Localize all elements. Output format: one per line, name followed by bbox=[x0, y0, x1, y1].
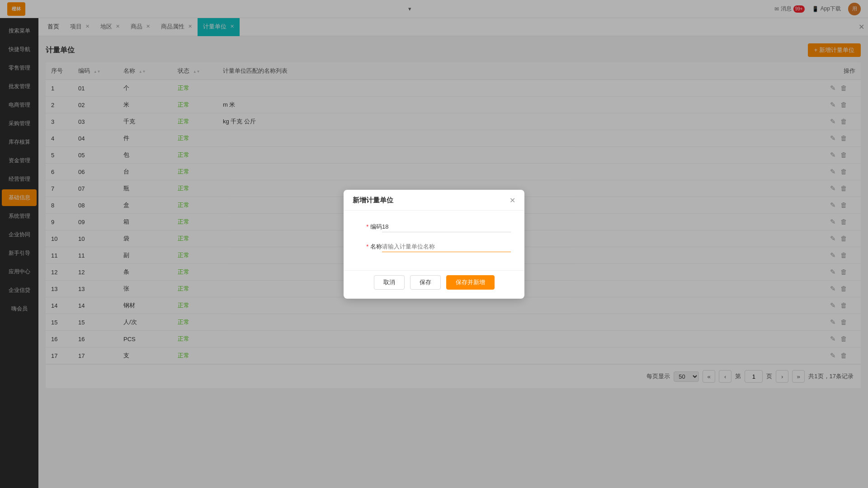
modal-overlay: 新增计量单位 ✕ 编码 名称 取消 保存 保存并新增 bbox=[0, 0, 868, 488]
modal-body: 编码 名称 bbox=[344, 211, 524, 270]
code-input[interactable] bbox=[382, 221, 511, 232]
cancel-button[interactable]: 取消 bbox=[374, 275, 405, 290]
form-row-name: 名称 bbox=[357, 241, 511, 252]
code-label: 编码 bbox=[357, 223, 382, 231]
modal-footer: 取消 保存 保存并新增 bbox=[344, 270, 524, 299]
modal-title: 新增计量单位 bbox=[353, 196, 393, 205]
modal-close-button[interactable]: ✕ bbox=[509, 196, 515, 205]
modal-header: 新增计量单位 ✕ bbox=[344, 190, 524, 211]
save-button[interactable]: 保存 bbox=[410, 275, 441, 290]
save-and-new-button[interactable]: 保存并新增 bbox=[446, 275, 495, 290]
add-unit-modal: 新增计量单位 ✕ 编码 名称 取消 保存 保存并新增 bbox=[344, 190, 524, 299]
form-row-code: 编码 bbox=[357, 221, 511, 232]
name-input[interactable] bbox=[382, 241, 511, 252]
name-label: 名称 bbox=[357, 243, 382, 251]
